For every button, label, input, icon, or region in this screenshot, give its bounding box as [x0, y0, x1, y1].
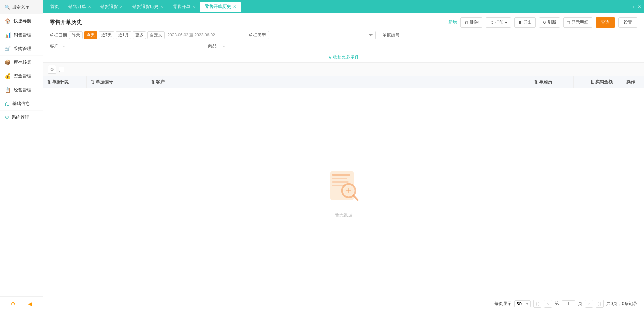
sidebar-bottom: ⚙ ◀ [0, 296, 43, 311]
filter-number: 单据编号 [382, 31, 509, 39]
tab-home[interactable]: 首页 [46, 2, 64, 12]
filter-number-label: 单据编号 [382, 32, 400, 38]
sidebar-item-purchase[interactable]: 🛒 采购管理 [0, 42, 43, 56]
minimize-button[interactable]: — [623, 4, 627, 9]
svg-rect-2 [332, 178, 347, 179]
export-button[interactable]: ⬆ 导出 [514, 17, 536, 28]
tab-retail-open-history[interactable]: 零售开单历史 ✕ [200, 2, 241, 12]
filter-number-input[interactable] [402, 31, 509, 39]
print-dropdown-icon: ▾ [505, 20, 507, 25]
table-header: ⇅ 单据日期 ⇅ 单据编号 ⇅ 客户 ⇅ 导购员 ⇅ 实销金额 [43, 76, 644, 88]
sales-icon: 📊 [5, 32, 11, 38]
setting-button[interactable]: 设置 [618, 17, 637, 28]
th-date[interactable]: ⇅ 单据日期 [43, 76, 87, 88]
th-guide[interactable]: ⇅ 导购员 [530, 76, 574, 88]
date-today-btn[interactable]: 今天 [84, 31, 97, 39]
sidebar-item-system[interactable]: ⚙ 系统管理 [0, 111, 43, 124]
collapse-sidebar-icon[interactable]: ◀ [28, 301, 32, 307]
date-yesterday-btn[interactable]: 昨天 [69, 31, 83, 39]
purchase-icon: 🛒 [5, 46, 11, 52]
sidebar-label-system: 系统管理 [12, 114, 29, 120]
sort-icon-date: ⇅ [47, 80, 51, 85]
tab-sales-order-close[interactable]: ✕ [88, 5, 91, 9]
sidebar-search-label: 搜索采单 [12, 4, 30, 10]
th-guide-label: 导购员 [539, 79, 552, 85]
sidebar-item-quick-nav[interactable]: 🏠 快捷导航 [0, 14, 43, 28]
empty-icon [324, 166, 364, 207]
filter-customer-input[interactable] [60, 42, 168, 50]
search-icon: 🔍 [5, 5, 10, 10]
tab-sales-return[interactable]: 销货退货 ✕ [96, 2, 128, 12]
sidebar-item-operation[interactable]: 📋 经营管理 [0, 83, 43, 97]
th-amount[interactable]: ⇅ 实销金额 [574, 76, 617, 88]
page-size-label: 每页显示 [494, 301, 512, 307]
empty-state: 暂无数据 [43, 88, 644, 296]
last-page-button[interactable]: ⟩⟩ [596, 300, 604, 308]
top-tabs: 首页 销售订单 ✕ 销货退货 ✕ 销货退货历史 ✕ 零售开单 ✕ 零售开单历史 … [43, 0, 644, 13]
date-custom-btn[interactable]: 自定义 [147, 31, 165, 39]
th-amount-label: 实销金额 [595, 79, 613, 85]
refresh-button[interactable]: ↻ 刷新 [539, 17, 560, 28]
query-button[interactable]: 查询 [596, 17, 615, 28]
sidebar-item-finance[interactable]: 💰 资金管理 [0, 69, 43, 83]
page-number-input[interactable]: 1 [562, 300, 575, 307]
print-button[interactable]: 🖨 打印 ▾ [486, 17, 511, 28]
tab-home-label: 首页 [50, 4, 59, 10]
window-controls: — □ ✕ [623, 4, 641, 9]
select-all-checkbox[interactable] [59, 67, 64, 72]
next-page-button[interactable]: ＞ [585, 300, 593, 308]
sidebar-item-inventory[interactable]: 📦 库存核算 [0, 56, 43, 69]
system-icon: ⚙ [5, 114, 9, 120]
table-toolbar: ⚙ [43, 63, 644, 76]
th-customer[interactable]: ⇅ 客户 [147, 76, 530, 88]
date-more-btn[interactable]: 更多 [133, 31, 146, 39]
settings-icon[interactable]: ⚙ [11, 301, 15, 307]
date-range-display: 2023-06-02 至 2023-06-02 [167, 32, 215, 38]
th-op-label: 操作 [626, 79, 635, 85]
refresh-icon: ↻ [543, 20, 546, 25]
collapse-conditions-btn[interactable]: ∧ 收起更多条件 [50, 53, 637, 61]
page-header: 零售开单历史 + 新增 🗑 删除 🖨 打印 ▾ ⬆ 导出 [43, 13, 644, 63]
tab-retail-open-history-close[interactable]: ✕ [233, 5, 236, 9]
tab-sales-return-history[interactable]: 销货退货历史 ✕ [128, 2, 168, 12]
th-customer-label: 客户 [156, 79, 165, 85]
filter-type-select[interactable] [268, 31, 376, 39]
new-button[interactable]: + 新增 [445, 19, 457, 25]
filter-type: 单据类型 [249, 31, 376, 39]
maximize-button[interactable]: □ [631, 4, 634, 9]
collapse-label: 收起更多条件 [333, 54, 359, 60]
date-1month-btn[interactable]: 近1月 [116, 31, 132, 39]
sidebar-item-basic[interactable]: 🗂 基础信息 [0, 97, 43, 111]
prev-page-button[interactable]: ＜ [544, 300, 552, 308]
tab-retail-open[interactable]: 零售开单 ✕ [168, 2, 200, 12]
sort-icon-guide: ⇅ [534, 80, 538, 85]
print-icon: 🖨 [489, 20, 494, 25]
table-area: ⚙ ⇅ 单据日期 ⇅ 单据编号 ⇅ 客户 ⇅ 导购员 [43, 63, 644, 296]
sidebar-label-basic: 基础信息 [12, 101, 30, 107]
first-page-button[interactable]: ⟨⟨ [533, 300, 541, 308]
th-no[interactable]: ⇅ 单据编号 [87, 76, 147, 88]
page-title-row: 零售开单历史 + 新增 🗑 删除 🖨 打印 ▾ ⬆ 导出 [50, 17, 637, 28]
page-size-select[interactable]: 50 10 20 100 [514, 300, 531, 307]
tab-sales-return-history-close[interactable]: ✕ [160, 5, 163, 9]
pagination: 每页显示 50 10 20 100 ⟨⟨ ＜ 第 1 页 ＞ ⟩⟩ 共0页，0条… [43, 296, 644, 311]
filter-goods-input[interactable] [219, 42, 326, 50]
tab-sales-order[interactable]: 销售订单 ✕ [64, 2, 96, 12]
page-suffix: 页 [578, 301, 582, 307]
table-settings-button[interactable]: ⚙ [48, 65, 56, 74]
sidebar-search[interactable]: 🔍 搜索采单 [0, 0, 43, 14]
date-7days-btn[interactable]: 近7天 [99, 31, 114, 39]
display-detail-button[interactable]: □ 显示明细 [563, 17, 592, 28]
tab-sales-return-history-label: 销货退货历史 [132, 4, 158, 10]
delete-button[interactable]: 🗑 删除 [460, 17, 482, 28]
sidebar-label-purchase: 采购管理 [14, 46, 31, 52]
sidebar-label-operation: 经营管理 [14, 87, 31, 93]
close-button[interactable]: ✕ [638, 4, 641, 9]
tab-sales-return-close[interactable]: ✕ [120, 5, 123, 9]
filter-row-2: 客户 商品 [50, 42, 637, 50]
sidebar-item-sales[interactable]: 📊 销售管理 [0, 28, 43, 42]
filter-row-1: 单据日期 昨天 今天 近7天 近1月 更多 自定义 2023-06-02 至 2… [50, 31, 637, 39]
tab-retail-open-close[interactable]: ✕ [192, 5, 195, 9]
display-icon: □ [567, 20, 570, 25]
filter-goods-label: 商品 [208, 43, 217, 49]
